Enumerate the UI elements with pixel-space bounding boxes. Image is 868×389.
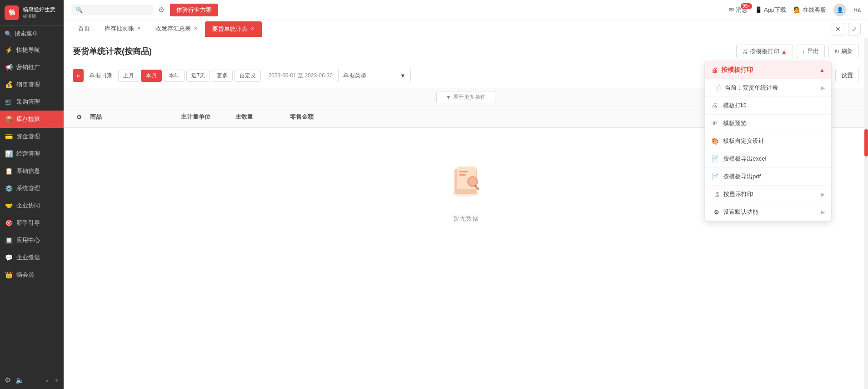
top-gear-icon[interactable]: ⚙ <box>158 5 165 14</box>
app-download-icon: 📱 <box>755 6 762 13</box>
page-content: 要货单统计表(按商品) 🖨 按模板打印 ▲ ↑ 导出 ↻ 刷新 <box>64 38 868 389</box>
date-filter-group: 上月 本月 本年 近7天 更多 自定义 <box>118 70 261 82</box>
doc-type-select[interactable]: 单据类型 ▼ <box>338 69 411 82</box>
sidebar-item-app-center[interactable]: 🔲 应用中心 <box>0 232 64 249</box>
sidebar-item-label: 资金管理 <box>16 132 40 141</box>
user-avatar[interactable]: 👤 <box>833 4 846 16</box>
date-prev-month[interactable]: 上月 <box>118 70 139 82</box>
tab-receipt-summary-close[interactable]: ✕ <box>194 25 198 31</box>
settings-bottom-icon[interactable]: ⚙ <box>5 376 11 384</box>
export-btn[interactable]: ↑ 导出 <box>797 45 825 58</box>
dropdown-print-icon: 🖨 <box>711 66 718 74</box>
sidebar-scroll-up[interactable]: ▲ <box>45 378 50 383</box>
sidebar-item-guide[interactable]: 🎯 新手引导 <box>0 214 64 232</box>
export-pdf-label: 按模板导出pdf <box>723 172 761 181</box>
dropdown-item-set-default[interactable]: ⚙ 设置默认功能 ▶ <box>705 203 831 221</box>
template-preview-icon: 👁 <box>711 120 718 127</box>
sidebar-scroll-down[interactable]: ▼ <box>54 378 59 383</box>
sidebar-item-basic-info[interactable]: 📋 基础信息 <box>0 162 64 180</box>
date-custom[interactable]: 自定义 <box>234 70 261 82</box>
tab-bar: 首页 库存批次账 ✕ 收发存汇总表 ✕ 要货单统计表 ✕ ✕ ⤢ <box>64 20 868 38</box>
messages-button[interactable]: ✉ 消息 99+ <box>729 6 748 14</box>
sidebar-item-quick-nav[interactable]: ⚡ 快捷导航 <box>0 41 64 59</box>
wechat-icon: 💬 <box>5 254 13 261</box>
top-right-actions: ✉ 消息 99+ 📱 App下载 💁 在线客服 👤 Rit <box>729 4 861 16</box>
tab-inventory-batch-close[interactable]: ✕ <box>137 25 141 31</box>
tab-inventory-batch-label: 库存批次账 <box>105 25 134 33</box>
app-center-icon: 🔲 <box>5 237 13 244</box>
tab-inventory-batch[interactable]: 库存批次账 ✕ <box>97 21 148 37</box>
sidebar-item-label: 营销推广 <box>16 63 40 71</box>
sidebar-item-system[interactable]: ⚙️ 系统管理 <box>0 180 64 197</box>
doc-type-arrow: ▼ <box>400 72 406 79</box>
template-custom-icon: 🎨 <box>711 137 718 145</box>
sidebar-item-label: 系统管理 <box>16 184 40 192</box>
sidebar-item-inventory[interactable]: 📦 库存核算 <box>0 111 64 128</box>
filter-expand-button[interactable]: » <box>73 69 84 82</box>
sidebar-item-finance[interactable]: 💳 资金管理 <box>0 128 64 145</box>
col-setting[interactable]: ⚙ <box>73 112 86 122</box>
purchase-icon: 🛒 <box>5 98 13 106</box>
display-print-icon: 🖨 <box>714 191 720 198</box>
expand-more-button[interactable]: ▼ 展开更多条件 <box>436 91 495 103</box>
export-btn-label: 导出 <box>807 47 819 56</box>
audio-bottom-icon[interactable]: 🔈 <box>15 376 25 384</box>
logo-icon: 畅 <box>5 5 19 20</box>
page-title-actions: 🖨 按模板打印 ▲ ↑ 导出 ↻ 刷新 <box>736 45 859 58</box>
date-current-year[interactable]: 本年 <box>164 70 185 82</box>
sidebar-item-marketing[interactable]: 📢 营销推广 <box>0 59 64 76</box>
sidebar-item-label: 基础信息 <box>16 167 40 175</box>
dropdown-item-template-preview[interactable]: 👁 模板预览 <box>705 115 831 132</box>
search-icon: 🔍 <box>5 30 12 37</box>
sidebar-search[interactable]: 🔍 搜索菜单 <box>0 26 64 41</box>
dropdown-item-template-custom[interactable]: 🎨 模板自定义设计 <box>705 132 831 150</box>
sidebar-logo: 畅 畅康通好生意 标准版 <box>0 0 64 26</box>
svg-point-4 <box>469 178 476 185</box>
col-qty: 主数量 <box>232 111 286 123</box>
date-last7days[interactable]: 近7天 <box>186 70 210 82</box>
logo-name: 畅康通好生意 <box>23 6 55 14</box>
sidebar-nav: ⚡ 快捷导航 📢 营销推广 💰 销售管理 🛒 采购管理 📦 库存核算 💳 资金管… <box>0 41 64 371</box>
right-scrollbar[interactable] <box>864 38 868 389</box>
tab-receipt-summary[interactable]: 收发存汇总表 ✕ <box>148 21 205 37</box>
dropdown-current-template[interactable]: 📄 当前：要货单统计表 ▶ <box>705 79 831 97</box>
sidebar-item-wechat[interactable]: 💬 企业微信 <box>0 249 64 266</box>
tab-close-btn[interactable]: ✕ <box>832 23 844 35</box>
tab-order-stats[interactable]: 要货单统计表 ✕ <box>205 21 262 37</box>
settings-button[interactable]: 设置 <box>835 69 859 82</box>
sidebar-item-operations[interactable]: 📊 经营管理 <box>0 145 64 162</box>
print-icon: 🖨 <box>742 48 748 55</box>
inventory-icon: 📦 <box>5 116 13 123</box>
sidebar-item-cooperation[interactable]: 🤝 企业协同 <box>0 197 64 214</box>
trial-button[interactable]: 体验行业方案 <box>170 4 218 16</box>
sidebar-item-member[interactable]: 👑 畅会员 <box>0 266 64 283</box>
dropdown-collapse-icon[interactable]: ▲ <box>819 67 825 73</box>
set-default-label: 设置默认功能 <box>723 208 758 216</box>
app-download-button[interactable]: 📱 App下载 <box>755 6 786 14</box>
dropdown-item-export-excel[interactable]: 📄 按模板导出excel <box>705 150 831 168</box>
print-btn[interactable]: 🖨 按模板打印 ▲ <box>736 45 793 58</box>
guide-icon: 🎯 <box>5 219 13 227</box>
dropdown-item-display-print[interactable]: 🖨 按显示打印 ▶ <box>705 186 831 203</box>
sidebar-item-purchase[interactable]: 🛒 采购管理 <box>0 93 64 111</box>
sidebar-item-sales[interactable]: 💰 销售管理 <box>0 76 64 93</box>
dropdown-title: 按模板打印 <box>721 66 753 74</box>
sidebar: 畅 畅康通好生意 标准版 🔍 搜索菜单 ⚡ 快捷导航 📢 营销推广 💰 销售管理… <box>0 0 64 389</box>
date-more[interactable]: 更多 <box>212 70 233 82</box>
export-excel-icon: 📄 <box>711 155 718 162</box>
dropdown-item-template-print[interactable]: 🖨 模板打印 <box>705 97 831 115</box>
dropdown-item-export-pdf[interactable]: 📄 按模板导出pdf <box>705 168 831 186</box>
tab-order-stats-close[interactable]: ✕ <box>250 26 254 32</box>
tab-expand-btn[interactable]: ⤢ <box>848 23 861 35</box>
online-service-button[interactable]: 💁 在线客服 <box>793 6 826 14</box>
top-search-box[interactable]: 🔍 <box>71 5 153 15</box>
tab-home[interactable]: 首页 <box>71 21 97 37</box>
print-arrow-icon: ▲ <box>781 48 787 55</box>
date-range-display: 2023-06-01 至 2023-06-30 <box>268 72 332 80</box>
refresh-btn[interactable]: ↻ 刷新 <box>828 45 859 58</box>
date-current-month[interactable]: 本月 <box>141 70 162 82</box>
top-search-input[interactable] <box>85 7 140 13</box>
scrollbar-thumb[interactable] <box>864 129 868 157</box>
sidebar-item-label: 新手引导 <box>16 219 40 227</box>
messages-icon: ✉ <box>729 6 734 13</box>
